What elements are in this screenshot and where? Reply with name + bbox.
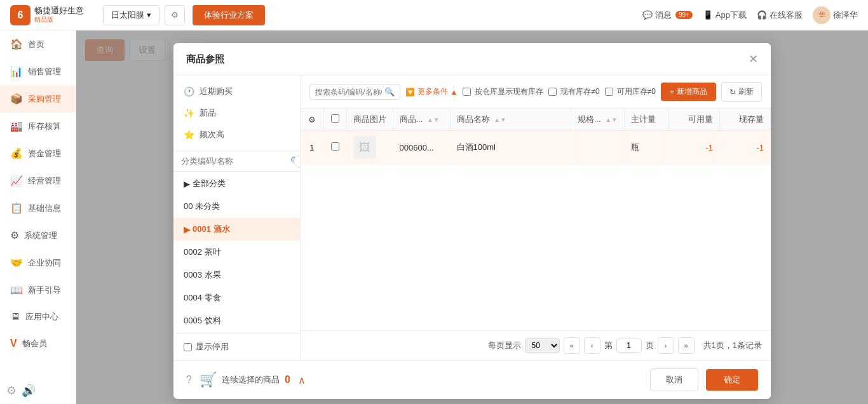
table-row[interactable]: 1 🖼 000600... 白酒100ml [301,131,771,165]
speaker-icon[interactable]: 🔊 [22,384,36,398]
sidebar-purchase-label: 采购管理 [28,93,61,105]
help-icon[interactable]: ? [186,374,192,386]
gear-icon: ⚙ [171,10,179,20]
col-code-header[interactable]: 商品... ▲▼ [393,109,450,131]
row-unit-cell: 瓶 [625,131,669,165]
sidebar-item-apps[interactable]: 🖥 应用中心 [0,304,76,330]
trial-btn[interactable]: 体验行业方案 [193,5,265,25]
messages-item[interactable]: 💬 消息 99+ [642,10,693,21]
add-product-button[interactable]: + 新增商品 [661,83,716,101]
per-page-select[interactable]: 50 10 20 100 [525,338,560,353]
collapse-footer-button[interactable]: ∧ [298,374,306,386]
filter-label: 更多条件 [417,86,448,97]
category-search-box: 🔍 [173,151,300,172]
category-snacks[interactable]: 0004 零食 [173,286,300,309]
sidebar-item-home[interactable]: 🏠 首页 [0,30,76,58]
refresh-button[interactable]: ↻ 刷新 [721,82,762,102]
sidebar-item-guide[interactable]: 📖 新手引导 [0,276,76,304]
sidebar-item-finance[interactable]: 💰 资金管理 [0,140,76,167]
confirm-button[interactable]: 确定 [706,369,758,391]
user-profile[interactable]: 华 徐泽华 [813,6,858,24]
row-check-cell[interactable] [323,131,346,165]
top-nav: 6 畅捷通好生意 精品版 日太阳膜 ▾ ⚙ 体验行业方案 💬 消息 99+ 📱 … [0,0,868,30]
col-spec-header[interactable]: 规格... ▲▼ [571,109,624,131]
last-page-button[interactable]: » [678,337,695,354]
tab-frequent[interactable]: ⭐ 频次高 [173,124,300,145]
display-disabled-checkbox[interactable] [184,343,192,351]
logo-sub: 精品版 [34,15,84,24]
check-warehouse-label: 按仓库显示现有库存 [475,86,543,97]
apps-icon: 🖥 [10,311,20,323]
page-word: 第 [604,340,613,351]
filter-button[interactable]: 🔽 更多条件 ▲ [405,86,458,97]
message-icon: 💬 [642,10,653,20]
cart-icon[interactable]: 🛒 [200,372,217,388]
check-nonzero-available-input[interactable] [605,88,613,96]
check-warehouse-input[interactable] [463,88,471,96]
row-checkbox[interactable] [331,142,339,151]
sidebar-item-member[interactable]: V 畅会员 [0,330,76,357]
category-snacks-label: 0004 零食 [184,292,221,304]
gear-button[interactable]: ⚙ [165,5,185,25]
sidebar-item-cooperation[interactable]: 🤝 企业协同 [0,249,76,276]
sidebar-system-label: 系统管理 [24,230,57,241]
next-page-button[interactable]: › [658,337,674,354]
sidebar-member-label: 畅会员 [22,338,47,349]
messages-badge: 99+ [675,11,693,19]
sidebar-inventory-label: 库存核算 [28,121,61,132]
row-code-cell: 000600... [393,131,450,165]
tab-new-products[interactable]: ✨ 新品 [173,102,300,124]
tab-recent-purchase[interactable]: 🕐 近期购买 [173,81,300,102]
check-nonzero-stock-input[interactable] [548,88,557,96]
row-name-cell: 白酒100ml [450,131,571,165]
category-unclassified[interactable]: 00 未分类 [173,195,300,218]
sidebar-item-basics[interactable]: 📋 基础信息 [0,194,76,222]
category-liquor[interactable]: ▶ 0001 酒水 [173,218,300,241]
category-search-input[interactable] [181,156,288,166]
category-tea[interactable]: 0002 茶叶 [173,241,300,264]
sort-name-icon: ▲▼ [494,117,506,123]
settings-bottom-icon[interactable]: ⚙ [6,384,17,398]
prev-page-button[interactable]: ‹ [584,337,600,354]
left-panel: 🕐 近期购买 ✨ 新品 ⭐ 频次高 [173,76,301,360]
sidebar-bottom: ⚙ 🔊 [0,377,76,404]
product-search-input[interactable] [315,88,382,97]
sidebar-item-purchase[interactable]: 📦 采购管理 [0,85,76,112]
select-all-checkbox[interactable] [331,114,339,123]
cancel-button[interactable]: 取消 [650,368,698,391]
col-name-header[interactable]: 商品名称 ▲▼ [450,109,571,131]
col-stock-header: 现存量 [720,109,771,131]
sidebar-item-operations[interactable]: 📈 经营管理 [0,167,76,194]
page-number-input[interactable] [616,339,642,353]
system-icon: ⚙ [10,229,19,241]
chevron-down-icon: ▾ [147,10,151,20]
modal-title: 商品参照 [186,53,224,65]
arrow-right-icon: ▶ [184,179,190,189]
total-info: 共1页，1条记录 [703,340,762,351]
category-beverages[interactable]: 0005 饮料 [173,309,300,332]
category-unclassified-label: 00 未分类 [184,201,220,212]
col-settings-header[interactable]: ⚙ [301,109,323,131]
first-page-button[interactable]: « [564,337,580,354]
app-download-item[interactable]: 📱 App下载 [703,10,747,21]
row-available-cell: -1 [669,131,720,165]
inventory-icon: 🏭 [10,120,23,132]
main-layout: 🏠 首页 📊 销售管理 📦 采购管理 🏭 库存核算 💰 资金管理 📈 经营管理 … [0,30,868,404]
category-fruit[interactable]: 0003 水果 [173,264,300,286]
sales-icon: 📊 [10,65,23,77]
sort-spec-icon: ▲▼ [605,117,618,123]
category-all[interactable]: ▶ 全部分类 [173,172,300,195]
per-page-label: 每页显示 [488,340,521,351]
purchase-icon: 📦 [10,93,23,105]
product-search-icon[interactable]: 🔍 [384,87,395,97]
sidebar-item-inventory[interactable]: 🏭 库存核算 [0,112,76,140]
headset-icon: 🎧 [757,10,767,20]
sidebar-item-system[interactable]: ⚙ 系统管理 [0,222,76,249]
check-nonzero-available-group: 可用库存≠0 [605,86,656,97]
modal-close-button[interactable]: ✕ [749,52,758,66]
col-check-header[interactable] [323,109,346,131]
messages-label: 消息 [655,10,672,21]
online-service-item[interactable]: 🎧 在线客服 [757,10,803,21]
sidebar-item-sales[interactable]: 📊 销售管理 [0,58,76,85]
nav-selector[interactable]: 日太阳膜 ▾ [103,5,159,25]
